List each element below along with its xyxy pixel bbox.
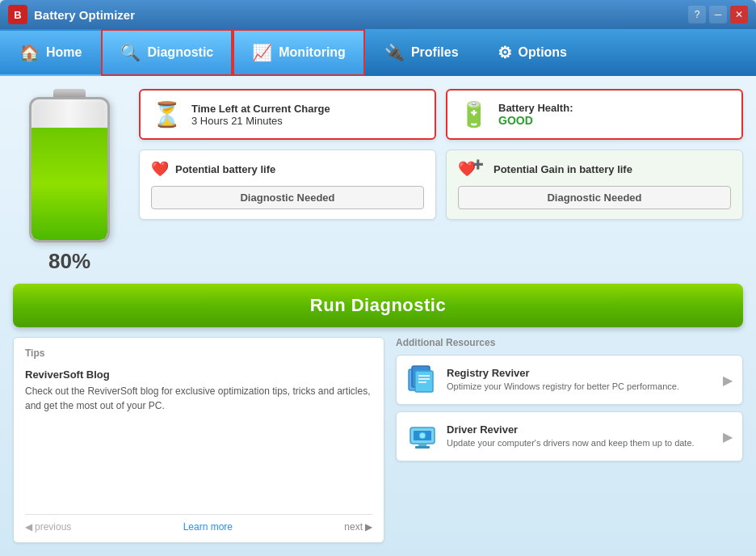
- registry-reviver-content: Registry Reviver Optimize your Windows r…: [447, 367, 715, 393]
- time-left-content: Time Left at Current Charge 3 Hours 21 M…: [191, 103, 423, 127]
- heart-icon: ❤️: [151, 160, 169, 178]
- registry-reviver-desc: Optimize your Windows registry for bette…: [447, 381, 715, 393]
- run-diagnostic-button[interactable]: Run Diagnostic: [13, 284, 743, 327]
- driver-reviver-name: Driver Reviver: [447, 423, 715, 436]
- registry-reviver-icon: [406, 364, 439, 396]
- stats-row-bottom: ❤️ Potential battery life Diagnostic Nee…: [139, 150, 743, 220]
- battery-health-icon: 🔋: [459, 100, 489, 128]
- potential-gain-title: Potential Gain in battery life: [494, 163, 632, 175]
- tips-section-title: Tips: [25, 348, 372, 359]
- title-bar: B Battery Optimizer ? ─ ✕: [0, 0, 756, 29]
- potential-gain-card: ❤️➕ Potential Gain in battery life Diagn…: [446, 150, 743, 220]
- heart-plus-icon: ❤️➕: [458, 160, 487, 178]
- nav-diagnostic[interactable]: 🔍 Diagnostic: [101, 29, 233, 76]
- tips-next-button[interactable]: next ▶: [344, 521, 372, 533]
- top-section: 80% ⏳ Time Left at Current Charge 3 Hour…: [13, 89, 743, 274]
- svg-rect-10: [415, 446, 430, 449]
- nav-diagnostic-label: Diagnostic: [147, 45, 213, 60]
- window-controls: ? ─ ✕: [688, 6, 748, 23]
- battery-health-value: GOOD: [498, 114, 730, 127]
- time-left-value: 3 Hours 21 Minutes: [191, 115, 423, 127]
- potential-gain-header: ❤️➕ Potential Gain in battery life: [458, 160, 731, 178]
- help-button[interactable]: ?: [688, 6, 706, 23]
- potential-life-title: Potential battery life: [175, 163, 275, 175]
- tips-nav: ◀ previous Learn more next ▶: [25, 514, 372, 533]
- potential-life-card: ❤️ Potential battery life Diagnostic Nee…: [139, 150, 436, 220]
- monitoring-icon: 📈: [252, 43, 272, 62]
- battery-percent: 80%: [48, 249, 90, 274]
- svg-rect-2: [415, 371, 433, 392]
- battery-health-title: Battery Health:: [498, 102, 730, 114]
- battery-container: 80%: [13, 89, 126, 274]
- svg-point-8: [419, 432, 426, 439]
- driver-reviver-arrow-icon: ▶: [723, 429, 733, 444]
- hourglass-icon: ⏳: [152, 100, 182, 128]
- potential-life-header: ❤️ Potential battery life: [151, 160, 424, 178]
- nav-home-label: Home: [46, 45, 82, 60]
- nav-options[interactable]: ⚙ Options: [478, 29, 586, 76]
- battery-health-card: 🔋 Battery Health: GOOD: [446, 89, 743, 140]
- driver-reviver-card[interactable]: Driver Reviver Update your computer's dr…: [396, 411, 743, 461]
- app-logo: B: [8, 5, 27, 24]
- time-left-title: Time Left at Current Charge: [191, 103, 423, 115]
- close-button[interactable]: ✕: [730, 6, 748, 23]
- resources-section-title: Additional Resources: [396, 337, 743, 348]
- battery-health-content: Battery Health: GOOD: [498, 102, 730, 127]
- app-title: Battery Optimizer: [34, 8, 688, 22]
- battery-fill: [32, 128, 107, 240]
- tips-text: Check out the ReviverSoft blog for exclu…: [25, 384, 372, 413]
- nav-monitoring-label: Monitoring: [279, 45, 346, 60]
- potential-life-value: Diagnostic Needed: [151, 186, 424, 209]
- nav-profiles-label: Profiles: [411, 45, 459, 60]
- main-content: 80% ⏳ Time Left at Current Charge 3 Hour…: [0, 76, 756, 556]
- home-icon: 🏠: [19, 43, 40, 62]
- profiles-icon: 🔌: [384, 43, 405, 62]
- minimize-button[interactable]: ─: [709, 6, 727, 23]
- tips-content: ReviverSoft Blog Check out the ReviverSo…: [25, 369, 372, 508]
- tips-blog-title: ReviverSoft Blog: [25, 369, 372, 381]
- diagnostic-icon: 🔍: [120, 43, 141, 62]
- learn-more-link[interactable]: Learn more: [183, 521, 233, 533]
- bottom-section: Tips ReviverSoft Blog Check out the Revi…: [13, 337, 743, 543]
- battery-outer: [29, 97, 110, 242]
- registry-reviver-name: Registry Reviver: [447, 367, 715, 379]
- registry-reviver-card[interactable]: Registry Reviver Optimize your Windows r…: [396, 355, 743, 405]
- resources-panel: Additional Resources Registry Reviver: [396, 337, 743, 543]
- battery-cap: [53, 89, 86, 97]
- driver-reviver-desc: Update your computer's drivers now and k…: [447, 437, 715, 449]
- time-left-card: ⏳ Time Left at Current Charge 3 Hours 21…: [139, 89, 436, 140]
- stats-panels: ⏳ Time Left at Current Charge 3 Hours 21…: [139, 89, 743, 220]
- registry-reviver-arrow-icon: ▶: [723, 373, 733, 388]
- tips-previous-button[interactable]: ◀ previous: [25, 521, 71, 533]
- nav-options-label: Options: [519, 45, 567, 60]
- tips-panel: Tips ReviverSoft Blog Check out the Revi…: [13, 337, 384, 543]
- nav-bar: 🏠 Home 🔍 Diagnostic 📈 Monitoring 🔌 Profi…: [0, 29, 756, 76]
- stats-row-top: ⏳ Time Left at Current Charge 3 Hours 21…: [139, 89, 743, 140]
- options-icon: ⚙: [498, 43, 512, 62]
- nav-home[interactable]: 🏠 Home: [0, 29, 101, 76]
- nav-profiles[interactable]: 🔌 Profiles: [365, 29, 478, 76]
- nav-monitoring[interactable]: 📈 Monitoring: [233, 29, 365, 76]
- potential-gain-value: Diagnostic Needed: [458, 186, 731, 209]
- driver-reviver-icon: [406, 420, 439, 453]
- driver-reviver-content: Driver Reviver Update your computer's dr…: [447, 423, 715, 449]
